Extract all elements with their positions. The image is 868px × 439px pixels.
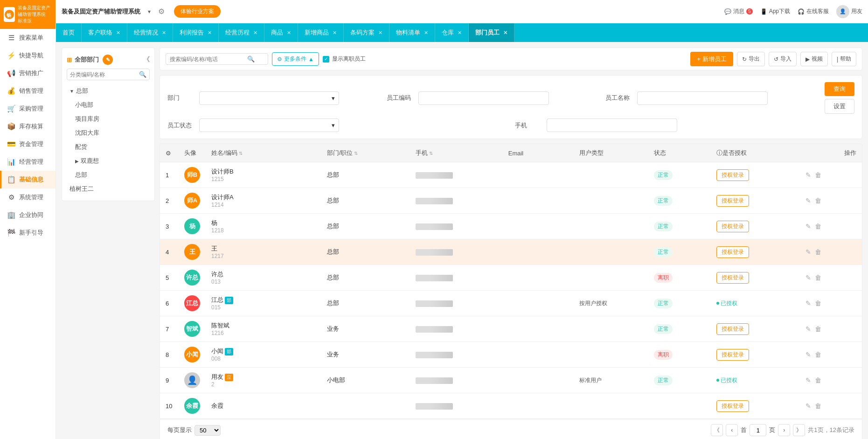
trial-button[interactable]: 体验行业方案: [174, 5, 221, 18]
tab-add-goods[interactable]: 新增商品 ✕: [298, 23, 344, 42]
tab-close-icon[interactable]: ✕: [253, 30, 257, 36]
import-button[interactable]: ↺ 导入: [769, 52, 797, 66]
auth-button[interactable]: 授权登录: [716, 349, 749, 361]
tab-close-icon[interactable]: ✕: [116, 30, 120, 36]
dept-tree-item-zhishu[interactable]: 植树王二: [62, 182, 154, 196]
tab-goods[interactable]: 商品 ✕: [264, 23, 298, 42]
auth-button[interactable]: 授权登录: [716, 400, 749, 412]
tab-operation-status[interactable]: 经营情况 ✕: [127, 23, 173, 42]
tab-warehouse[interactable]: 仓库 ✕: [435, 23, 469, 42]
sidebar-item-marketing[interactable]: 📢 营销推广: [0, 64, 56, 82]
delete-icon[interactable]: 🗑: [815, 171, 821, 179]
sidebar-item-enterprise[interactable]: 🏢 企业协同: [0, 206, 56, 224]
th-name[interactable]: 姓名/编码 ⇅: [206, 144, 321, 162]
search-button[interactable]: 查询: [825, 82, 854, 96]
tab-close-icon[interactable]: ✕: [424, 30, 428, 36]
sidebar-item-purchase[interactable]: 🛒 采购管理: [0, 100, 56, 118]
empstatus-select[interactable]: ▾: [199, 118, 339, 132]
tab-history[interactable]: 经营历程 ✕: [219, 23, 264, 42]
sidebar-item-inventory[interactable]: 📦 库存核算: [0, 118, 56, 135]
auth-button[interactable]: 授权登录: [716, 169, 749, 181]
edit-icon[interactable]: ✎: [806, 351, 811, 358]
tab-staff[interactable]: 部门员工 ✕: [469, 23, 514, 42]
auth-button[interactable]: 授权登录: [716, 246, 749, 258]
more-filter-button[interactable]: ⚙ 更多条件 ▲: [272, 52, 319, 66]
dept-collapse-button[interactable]: 《: [143, 56, 150, 64]
tab-customer[interactable]: 客户联络 ✕: [82, 23, 127, 42]
sidebar-item-basic[interactable]: 📋 基础信息: [0, 171, 56, 188]
delete-icon[interactable]: 🗑: [815, 351, 821, 358]
support-btn[interactable]: 🎧 在线客服: [798, 7, 829, 15]
add-employee-button[interactable]: + 新增员工: [690, 52, 733, 66]
empname-input[interactable]: [637, 91, 768, 105]
tab-bom[interactable]: 物料清单 ✕: [389, 23, 435, 42]
delete-icon[interactable]: 🗑: [815, 402, 821, 410]
edit-icon[interactable]: ✎: [806, 171, 811, 179]
sidebar-item-operation[interactable]: 📊 经营管理: [0, 153, 56, 171]
sidebar-item-sales[interactable]: 💰 销售管理: [0, 82, 56, 100]
tab-close-icon[interactable]: ✕: [162, 30, 166, 36]
dept-search-input[interactable]: [70, 71, 137, 78]
user-menu[interactable]: 👤 用友: [836, 5, 862, 18]
delete-icon[interactable]: 🗑: [815, 197, 821, 204]
sidebar-item-shortcut[interactable]: ⚡ 快捷导航: [0, 47, 56, 64]
auth-button[interactable]: 授权登录: [716, 323, 749, 335]
search-input[interactable]: [170, 56, 244, 63]
dept-select[interactable]: ▾: [199, 91, 339, 105]
first-page-button[interactable]: 《: [711, 424, 723, 436]
tab-barcode[interactable]: 条码方案 ✕: [344, 23, 389, 42]
tab-close-icon[interactable]: ✕: [287, 30, 291, 36]
empcode-input[interactable]: [418, 91, 549, 105]
th-phone[interactable]: 手机 ⇅: [410, 144, 502, 162]
auth-button[interactable]: 授权登录: [716, 272, 749, 284]
delete-icon[interactable]: 🗑: [815, 248, 821, 256]
prev-page-button[interactable]: ‹: [726, 424, 738, 436]
last-page-button[interactable]: 》: [793, 424, 805, 436]
page-number-input[interactable]: [750, 424, 766, 436]
dept-edit-button[interactable]: ✎: [103, 55, 113, 65]
tab-close-icon[interactable]: ✕: [208, 30, 212, 36]
sidebar-item-search[interactable]: ☰ 搜索菜单: [0, 29, 56, 47]
delete-icon[interactable]: 🗑: [815, 325, 821, 333]
sidebar-item-system[interactable]: ⚙ 系统管理: [0, 188, 56, 206]
set-button[interactable]: 设置: [825, 99, 854, 114]
tab-close-icon[interactable]: ✕: [458, 30, 462, 36]
show-resigned-toggle[interactable]: ✓ 显示离职员工: [323, 55, 366, 63]
sidebar-item-finance[interactable]: 💳 资金管理: [0, 135, 56, 153]
message-btn[interactable]: 💬 消息 5: [724, 7, 753, 15]
dept-tree-item-shuanglu[interactable]: ▶ 双鹿想: [62, 154, 154, 168]
dept-tree-item-project[interactable]: 项目库房: [62, 112, 154, 126]
auth-button[interactable]: 授权登录: [716, 221, 749, 232]
dept-tree-item-peihuo[interactable]: 配货: [62, 140, 154, 154]
video-button[interactable]: ▶ 视频: [800, 52, 828, 66]
delete-icon[interactable]: 🗑: [815, 300, 821, 307]
next-page-button[interactable]: ›: [778, 424, 790, 436]
tab-home[interactable]: 首页: [56, 23, 82, 42]
auth-button[interactable]: 授权登录: [716, 195, 749, 207]
sidebar-item-guide[interactable]: 🏁 新手引导: [0, 224, 56, 242]
help-button[interactable]: | 帮助: [832, 52, 856, 66]
phone-input[interactable]: [547, 118, 677, 132]
delete-icon[interactable]: 🗑: [815, 376, 821, 384]
page-size-dropdown[interactable]: 50 100 200: [194, 425, 221, 436]
tab-close-icon[interactable]: ✕: [333, 30, 337, 36]
export-button[interactable]: ↻ 导出: [737, 52, 765, 66]
edit-icon[interactable]: ✎: [806, 402, 811, 410]
topbar-dropdown-icon[interactable]: ▾: [148, 8, 151, 15]
delete-icon[interactable]: 🗑: [815, 274, 821, 281]
delete-icon[interactable]: 🗑: [815, 223, 821, 230]
dept-tree-item-shenyang[interactable]: 沈阳大库: [62, 126, 154, 140]
edit-icon[interactable]: ✎: [806, 325, 811, 333]
dept-tree-item-zongbu[interactable]: 总部: [62, 168, 154, 182]
edit-icon[interactable]: ✎: [806, 197, 811, 204]
th-dept[interactable]: 部门/职位 ⇅: [321, 144, 410, 162]
edit-icon[interactable]: ✎: [806, 248, 811, 256]
settings-icon[interactable]: ⚙: [158, 7, 165, 16]
tab-profit[interactable]: 利润报告 ✕: [173, 23, 219, 42]
edit-icon[interactable]: ✎: [806, 300, 811, 307]
edit-icon[interactable]: ✎: [806, 376, 811, 384]
edit-icon[interactable]: ✎: [806, 223, 811, 230]
dept-tree-item-root[interactable]: ▼ 总部: [62, 84, 154, 98]
tab-close-icon[interactable]: ✕: [378, 30, 382, 36]
tab-close-icon[interactable]: ✕: [503, 30, 507, 36]
